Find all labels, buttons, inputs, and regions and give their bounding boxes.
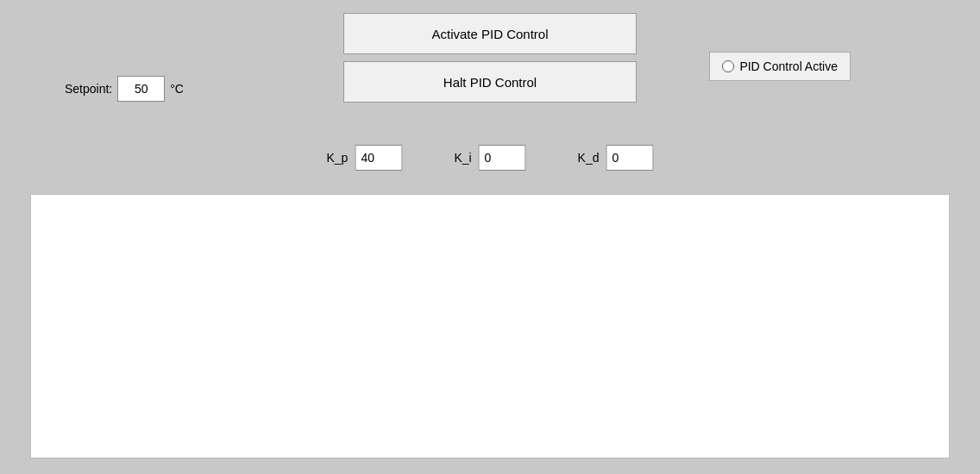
setpoint-unit: °C [170, 82, 184, 96]
setpoint-row: Setpoint: °C [65, 76, 184, 102]
kp-group: K_p [326, 145, 402, 171]
setpoint-label: Setpoint: [65, 82, 112, 96]
pid-status-label: PID Control Active [739, 59, 838, 73]
activate-pid-button[interactable]: Activate PID Control [343, 13, 637, 54]
chart-area [30, 194, 950, 458]
radio-indicator [722, 60, 734, 72]
kd-input[interactable] [606, 145, 654, 171]
kd-group: K_d [578, 145, 654, 171]
ki-label: K_i [454, 151, 471, 165]
kd-label: K_d [578, 151, 600, 165]
kp-input[interactable] [355, 145, 402, 171]
halt-pid-button[interactable]: Halt PID Control [343, 61, 637, 103]
ki-input[interactable] [479, 145, 526, 171]
setpoint-input[interactable] [117, 76, 165, 102]
ki-group: K_i [454, 145, 525, 171]
pid-status-indicator: PID Control Active [709, 52, 851, 81]
kp-label: K_p [326, 151, 348, 165]
pid-params-row: K_p K_i K_d [326, 145, 653, 171]
